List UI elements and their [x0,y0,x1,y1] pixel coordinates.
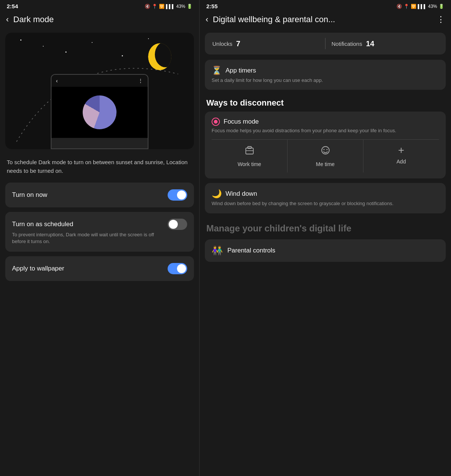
right-status-bar: 2:55 🔇 📍 🛜 ▌▌▌ 43% 🔋 [200,0,451,11]
mockup-header: ‹ ⋮ [51,75,148,87]
right-more-button[interactable]: ⋮ [437,15,445,24]
me-time-icon [320,145,331,158]
right-status-time: 2:55 [206,3,218,9]
mockup-body [51,87,148,138]
app-timers-desc: Set a daily limit for how long you can u… [212,77,439,84]
pie-chart [83,95,117,129]
stats-row: Unlocks 7 Notifications 14 [205,33,446,54]
r-location-icon: 📍 [404,4,409,9]
turn-on-scheduled-sublabel: To prevent interruptions, Dark mode will… [12,231,155,245]
right-nav-bar: ‹ Digital wellbeing & parental con... ⋮ [200,11,451,30]
focus-mode-desc: Focus mode helps you avoid distractions … [212,127,439,134]
dark-mode-preview-card: ‹ ⋮ [5,33,194,149]
apply-wallpaper-label: Apply to wallpaper [12,265,64,272]
turn-on-now-toggle[interactable] [168,189,187,201]
left-back-button[interactable]: ‹ [6,15,9,24]
app-timers-card[interactable]: ⏳ App timers Set a daily limit for how l… [205,60,446,90]
left-panel: 2:54 🔇 📍 🛜 ▌▌▌ 🔇 📍 🛜 43% 🔋 43% 🔋 ‹ Dark … [0,0,199,476]
battery-icon: 🔋 [187,4,192,9]
turn-on-scheduled-label: Turn on as scheduled [12,221,73,228]
wind-down-icon: 🌙 [212,189,222,199]
unlocks-label: Unlocks [212,41,232,47]
right-page-title: Digital wellbeing & parental con... [213,15,335,24]
r-signal-icon: ▌▌▌ [418,4,427,9]
battery-text: 43% [176,4,185,9]
left-nav-bar: ‹ Dark mode [0,11,199,30]
unlocks-value: 7 [236,39,240,48]
svg-point-4 [323,149,324,150]
parental-icon: 👫 [212,245,223,256]
left-page-title: Dark mode [13,15,54,24]
mockup-back-icon: ‹ [56,78,58,84]
focus-mode-radio[interactable] [212,118,220,126]
parental-controls-card[interactable]: 👫 Parental controls [205,239,446,262]
wifi-icon: 🛜 [159,4,165,9]
add-focus-option[interactable]: + Add [363,140,439,172]
notifications-label: Notifications [331,41,362,47]
focus-mode-options: Work time Me time + Add [212,139,439,172]
apply-wallpaper-toggle[interactable] [168,263,187,274]
left-status-time: 2:54 [7,3,18,9]
focus-mode-title: Focus mode [224,118,259,125]
left-status-bar: 2:54 🔇 📍 🛜 ▌▌▌ 🔇 📍 🛜 43% 🔋 43% 🔋 [0,0,199,11]
mockup-footer [51,138,148,148]
svg-point-5 [326,149,327,150]
notifications-value: 14 [366,39,374,48]
notifications-stat: Notifications 14 [331,39,438,48]
wind-down-desc: Wind down before bed by changing the scr… [212,200,439,207]
turn-on-now-label: Turn on now [12,191,47,199]
add-icon: + [398,145,404,156]
app-timers-icon: ⏳ [212,66,222,76]
preview-background: ‹ ⋮ [5,33,194,149]
r-wifi-icon: 🛜 [411,4,416,9]
apply-wallpaper-row[interactable]: Apply to wallpaper [5,256,194,281]
r-mute-icon: 🔇 [397,4,402,9]
left-status-icons: 🔇 📍 🛜 ▌▌▌ 🔇 📍 🛜 43% 🔋 43% 🔋 [145,4,192,9]
wind-down-card[interactable]: 🌙 Wind down Wind down before bed by chan… [205,183,446,213]
me-time-label: Me time [316,161,335,167]
location-icon: 📍 [152,4,157,9]
signal-icon: ▌▌▌ [166,4,175,9]
wind-down-header: 🌙 Wind down [212,189,439,199]
mockup-more-icon: ⋮ [138,78,143,84]
app-timers-header: ⏳ App timers [212,66,439,76]
focus-radio-inner [214,120,218,124]
r-battery-text: 43% [428,4,437,9]
parental-controls-title: Parental controls [227,247,275,254]
phone-mockup: ‹ ⋮ [51,74,148,149]
right-status-icons: 🔇 📍 🛜 ▌▌▌ 43% 🔋 [397,4,444,9]
add-label: Add [397,159,406,165]
focus-mode-card[interactable]: Focus mode Focus mode helps you avoid di… [205,112,446,178]
svg-rect-1 [248,147,251,148]
svg-rect-0 [246,148,253,154]
dark-mode-description: To schedule Dark mode to turn on between… [0,152,199,180]
turn-on-scheduled-toggle[interactable] [168,219,187,230]
right-panel: 2:55 🔇 📍 🛜 ▌▌▌ 43% 🔋 ‹ Digital wellbeing… [199,0,451,476]
work-time-option[interactable]: Work time [212,140,288,172]
me-time-option[interactable]: Me time [288,140,363,172]
manage-children-heading: Manage your children's digital life [200,216,451,238]
unlocks-stat: Unlocks 7 [212,39,319,48]
ways-to-disconnect-heading: Ways to disconnect [200,92,451,112]
work-time-icon [244,145,255,158]
work-time-label: Work time [238,161,261,167]
right-back-button[interactable]: ‹ [206,15,208,24]
wind-down-title: Wind down [226,190,257,198]
focus-mode-header: Focus mode [212,118,439,126]
app-timers-title: App timers [226,67,256,74]
r-battery-icon: 🔋 [439,4,444,9]
turn-on-now-row[interactable]: Turn on now [5,183,194,207]
turn-on-scheduled-row[interactable]: Turn on as scheduled To prevent interrup… [5,212,194,252]
stats-divider [325,38,325,49]
mute-icon: 🔇 [145,4,150,9]
